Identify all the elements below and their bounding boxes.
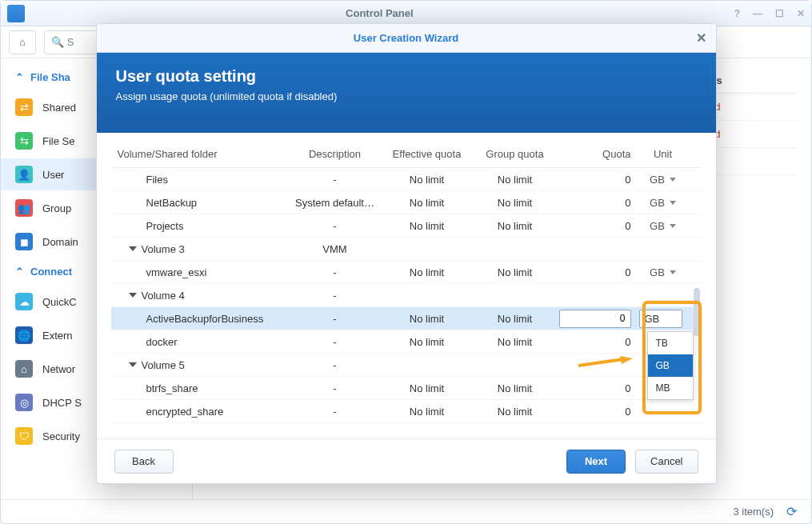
row-group-quota: No limit bbox=[471, 313, 559, 325]
search-placeholder: S bbox=[67, 36, 74, 48]
network-icon: ⌂ bbox=[15, 360, 33, 378]
unit-option-gb[interactable]: GB bbox=[648, 354, 693, 377]
row-description: - bbox=[287, 406, 383, 418]
row-unit[interactable]: GB bbox=[639, 174, 687, 186]
chevron-up-icon: ⌃ bbox=[15, 71, 24, 83]
unit-option-mb[interactable]: MB bbox=[648, 377, 693, 399]
volume-row[interactable]: Volume 5- bbox=[111, 354, 702, 377]
scrollbar-thumb[interactable] bbox=[694, 288, 700, 336]
row-unit[interactable]: GB bbox=[639, 266, 687, 278]
row-effective-quota: No limit bbox=[383, 336, 471, 348]
row-quota: 0 bbox=[559, 266, 639, 278]
row-quota: 0 bbox=[559, 197, 639, 209]
back-button[interactable]: Back bbox=[114, 450, 174, 474]
close-window-icon[interactable]: ✕ bbox=[797, 8, 805, 19]
row-name: docker bbox=[111, 336, 287, 348]
close-icon[interactable]: ✕ bbox=[696, 30, 706, 46]
next-button[interactable]: Next bbox=[566, 450, 626, 474]
sidebar-item-label: Extern bbox=[42, 330, 73, 342]
file-service-icon: ⇆ bbox=[15, 132, 33, 150]
quota-row[interactable]: ActiveBackupforBusiness-No limitNo limit… bbox=[111, 307, 702, 330]
quota-row[interactable]: Projects-No limitNo limit0GB bbox=[111, 214, 702, 238]
row-description: - bbox=[287, 313, 383, 325]
minimize-icon[interactable]: — bbox=[753, 8, 762, 19]
home-icon: ⌂ bbox=[19, 36, 26, 48]
row-unit[interactable]: GB bbox=[639, 310, 687, 328]
row-name: encrypted_share bbox=[111, 406, 287, 418]
row-effective-quota: No limit bbox=[383, 313, 471, 325]
row-name: Files bbox=[111, 174, 287, 186]
volume-row[interactable]: Volume 4- bbox=[111, 284, 702, 307]
window-title: Control Panel bbox=[25, 7, 734, 19]
row-description: - bbox=[287, 336, 383, 348]
row-group-quota: No limit bbox=[471, 174, 559, 186]
quota-row[interactable]: btrfs_share-No limitNo limit0 bbox=[111, 377, 702, 400]
sidebar-item-label: Group bbox=[42, 202, 71, 214]
expand-icon bbox=[129, 246, 137, 251]
cloud-icon: ☁ bbox=[15, 293, 33, 310]
quota-row[interactable]: Files-No limitNo limit0GB bbox=[111, 168, 702, 191]
sidebar-item-label: Security bbox=[42, 430, 80, 442]
modal-title: User Creation Wizard bbox=[354, 32, 458, 44]
sidebar-item-label: DHCP S bbox=[42, 397, 82, 409]
volume-row[interactable]: Volume 3VMM bbox=[111, 238, 702, 261]
search-icon: 🔍 bbox=[51, 36, 64, 48]
row-effective-quota: No limit bbox=[383, 382, 471, 394]
col-group-quota-header: Group quota bbox=[471, 148, 559, 160]
row-name: Volume 3 bbox=[111, 243, 287, 255]
expand-icon bbox=[129, 293, 137, 298]
row-description: - bbox=[287, 290, 383, 302]
home-button[interactable]: ⌂ bbox=[9, 30, 36, 54]
col-effective-quota-header: Effective quota bbox=[383, 148, 471, 160]
row-name: NetBackup bbox=[111, 197, 287, 209]
quota-input[interactable] bbox=[559, 310, 631, 328]
row-effective-quota: No limit bbox=[383, 197, 471, 209]
user-icon: 👤 bbox=[15, 166, 33, 183]
sidebar-item-label: QuickC bbox=[42, 296, 77, 308]
row-quota[interactable] bbox=[559, 310, 639, 328]
row-group-quota: No limit bbox=[471, 382, 559, 394]
shield-icon: 🛡 bbox=[15, 427, 33, 445]
col-volume-header: Volume/Shared folder bbox=[111, 148, 287, 160]
unit-dropdown-popup: TB GB MB bbox=[647, 331, 694, 400]
row-name: vmware_esxi bbox=[111, 266, 287, 278]
item-count: 3 item(s) bbox=[733, 506, 774, 518]
row-unit[interactable]: GB bbox=[639, 220, 687, 232]
quota-row[interactable]: docker-No limitNo limit0 bbox=[111, 330, 702, 354]
row-group-quota: No limit bbox=[471, 336, 559, 348]
domain-icon: ◼ bbox=[15, 233, 33, 250]
expand-icon bbox=[129, 362, 137, 367]
col-description-header: Description bbox=[287, 148, 383, 160]
sidebar-item-label: User bbox=[42, 169, 64, 181]
row-name: btrfs_share bbox=[111, 382, 287, 394]
row-description: - bbox=[287, 382, 383, 394]
refresh-button[interactable]: ⟳ bbox=[786, 504, 797, 519]
row-description: - bbox=[287, 220, 383, 232]
chevron-down-icon bbox=[670, 270, 676, 274]
quota-row[interactable]: encrypted_share-No limitNo limit0 bbox=[111, 400, 702, 423]
cancel-button[interactable]: Cancel bbox=[635, 450, 698, 474]
col-unit-header: Unit bbox=[639, 148, 687, 160]
row-description: VMM bbox=[287, 243, 383, 255]
row-quota: 0 bbox=[559, 220, 639, 232]
row-group-quota: No limit bbox=[471, 406, 559, 418]
row-unit[interactable]: GB bbox=[639, 197, 687, 209]
row-effective-quota: No limit bbox=[383, 406, 471, 418]
unit-option-tb[interactable]: TB bbox=[648, 332, 693, 354]
row-name: Volume 4 bbox=[111, 290, 287, 302]
row-description: - bbox=[287, 359, 383, 371]
row-description: - bbox=[287, 174, 383, 186]
row-quota: 0 bbox=[559, 336, 639, 348]
row-name: Projects bbox=[111, 220, 287, 232]
row-name: Volume 5 bbox=[111, 359, 287, 371]
sidebar-item-label: Shared bbox=[42, 102, 76, 114]
maximize-icon[interactable]: ☐ bbox=[775, 8, 784, 19]
unit-select[interactable]: GB bbox=[639, 310, 682, 328]
help-icon[interactable]: ? bbox=[734, 8, 740, 19]
quota-row[interactable]: vmware_esxi-No limitNo limit0GB bbox=[111, 261, 702, 284]
user-creation-wizard-modal: User Creation Wizard ✕ User quota settin… bbox=[96, 23, 717, 484]
quota-row[interactable]: NetBackupSystem default…No limitNo limit… bbox=[111, 191, 702, 214]
row-name: ActiveBackupforBusiness bbox=[111, 313, 287, 325]
folder-share-icon: ⇄ bbox=[15, 98, 33, 116]
row-effective-quota: No limit bbox=[383, 174, 471, 186]
